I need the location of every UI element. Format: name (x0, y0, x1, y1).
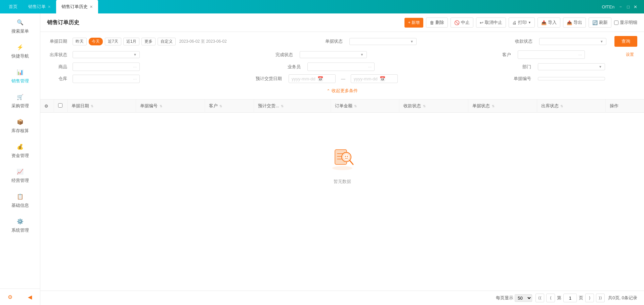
date-from-text: yyyy-mm-dd (292, 76, 315, 81)
page-size-dropdown[interactable]: 10 20 50 100 (515, 294, 532, 302)
operation-mgmt-icon: 📈 (15, 167, 25, 176)
customer-input[interactable]: ··· (518, 50, 585, 59)
th-doc-date[interactable]: 单据日期 ⇅ (67, 100, 136, 113)
th-customer[interactable]: 客户 ⇅ (205, 100, 254, 113)
department-select[interactable]: ▼ (538, 63, 605, 70)
window-close[interactable]: ✕ (634, 4, 637, 9)
date-btn-custom[interactable]: 自定义 (158, 38, 176, 45)
sidebar-item-sys-mgmt[interactable]: ⚙️ 系统管理 (0, 213, 40, 237)
page-size-select: 每页显示 10 20 50 100 (496, 294, 532, 302)
sidebar-item-inventory-calc[interactable]: 📦 库存核算 (0, 113, 40, 138)
salesperson-input[interactable]: ··· (307, 63, 375, 71)
customer-label: 客户 (502, 52, 511, 58)
date-btn-more[interactable]: 更多 (141, 38, 156, 45)
tab-sales-order[interactable]: 销售订单 ✕ (23, 0, 56, 13)
th-payment-status[interactable]: 收款状态 ⇅ (399, 100, 468, 113)
sidebar-basic-info-label: 基础信息 (11, 202, 29, 208)
product-input[interactable]: ··· (73, 63, 140, 71)
print-button[interactable]: 🖨 打印 ▼ (509, 17, 535, 28)
warehouse-input[interactable]: ··· (73, 75, 140, 83)
tab-sales-order-history[interactable]: 销售订单历史 ✕ (56, 0, 98, 13)
sidebar-item-fund-mgmt[interactable]: 💰 资金管理 (0, 138, 40, 163)
page-number-input[interactable] (563, 294, 577, 302)
sales-mgmt-icon: 📊 (15, 67, 25, 77)
date-from-input[interactable]: yyyy-mm-dd 📅 (289, 74, 336, 83)
date-btn-yesterday[interactable]: 昨天 (73, 38, 87, 45)
th-expected-delivery[interactable]: 预计交货... ⇅ (254, 100, 331, 113)
sidebar-item-purchase-mgmt[interactable]: 🛒 采购管理 (0, 88, 40, 113)
sidebar-fund-mgmt-label: 资金管理 (11, 153, 29, 159)
delete-button[interactable]: 🗑 删除 (426, 17, 448, 28)
product-dots: ··· (133, 64, 137, 69)
cancel-stop-button[interactable]: ↩ 取消中止 (476, 17, 506, 28)
svg-point-10 (347, 156, 348, 157)
page-last-button[interactable]: ⟩⟩ (596, 294, 605, 302)
import-button[interactable]: 📥 导入 (538, 17, 560, 28)
th-order-amount-label: 订单金额 (335, 103, 352, 108)
sidebar-item-basic-info[interactable]: 📋 基础信息 (0, 188, 40, 213)
th-settings[interactable]: ⚙ (40, 100, 54, 113)
salesperson-dots: ··· (368, 64, 372, 69)
collapse-row[interactable]: ⌃ 收起更多条件 (47, 86, 637, 95)
empty-state-cell: 暂无数据 (40, 113, 644, 212)
svg-line-8 (350, 160, 353, 164)
tab-home[interactable]: 首页 (3, 0, 23, 13)
page-first-button[interactable]: ⟨⟨ (535, 294, 544, 302)
page-next-button[interactable]: ⟩ (585, 294, 594, 302)
date-btn-1month[interactable]: 近1月 (123, 38, 140, 45)
order-number-input[interactable] (538, 77, 605, 80)
th-doc-no-label: 单据编号 (140, 103, 158, 108)
tab-sales-order-history-close[interactable]: ✕ (90, 5, 93, 9)
date-to-text: yyyy-mm-dd (354, 76, 378, 81)
often-text: OfTEn (602, 4, 615, 9)
svg-point-0 (332, 166, 352, 170)
window-minimize[interactable]: － (618, 4, 623, 10)
outbound-status-label: 出库状态 (47, 52, 67, 58)
th-doc-status[interactable]: 单据状态 ⇅ (468, 100, 537, 113)
toolbar: + 新增 🗑 删除 🚫 中止 ↩ 取消中止 🖨 打印 ▼ (404, 17, 637, 28)
sort-customer-icon: ⇅ (219, 104, 222, 108)
order-status-select[interactable]: ▼ (349, 38, 417, 45)
window-maximize[interactable]: □ (627, 4, 630, 9)
export-button[interactable]: 📤 导出 (563, 17, 586, 28)
refresh-button[interactable]: 🔄 刷新 (589, 17, 611, 28)
pay-status-select[interactable]: ▼ (539, 38, 606, 45)
sidebar-item-sales-mgmt[interactable]: 📊 销售管理 (0, 63, 40, 88)
main-layout: 🔍 搜索菜单 ⚡ 快捷导航 📊 销售管理 🛒 采购管理 📦 库存核算 💰 资金管… (0, 13, 644, 305)
th-order-amount[interactable]: 订单金额 ⇅ (331, 100, 399, 113)
sidebar-search-menu[interactable]: 🔍 搜索菜单 (0, 13, 40, 38)
department-chevron-icon: ▼ (599, 65, 602, 69)
query-button[interactable]: 查询 (614, 36, 637, 47)
date-btn-7days[interactable]: 近7天 (105, 38, 121, 45)
completion-status-select[interactable]: ▼ (300, 51, 367, 58)
stop-button[interactable]: 🚫 中止 (450, 17, 473, 28)
sidebar-quick-nav-label: 快捷导航 (11, 53, 29, 59)
sidebar-item-operation-mgmt[interactable]: 📈 经营管理 (0, 163, 40, 188)
date-btn-today[interactable]: 今天 (89, 38, 103, 45)
sidebar-settings-icon[interactable]: ⚙ (5, 292, 15, 302)
table-body: 暂无数据 (40, 113, 644, 212)
sidebar-item-quick-nav[interactable]: ⚡ 快捷导航 (0, 38, 40, 63)
date-to-input[interactable]: yyyy-mm-dd 📅 (351, 74, 398, 83)
calendar-from-icon: 📅 (317, 76, 323, 81)
order-number-label: 单据编号 (514, 76, 531, 82)
total-text: 共0页, 0条记录 (608, 295, 637, 301)
outbound-status-select[interactable]: ▼ (73, 51, 140, 58)
pay-status-chevron-icon: ▼ (600, 40, 603, 43)
sidebar-collapse-icon[interactable]: ◀ (25, 292, 35, 302)
svg-point-7 (343, 154, 349, 160)
select-all-checkbox[interactable] (58, 103, 62, 108)
cancel-stop-icon: ↩ (480, 20, 483, 25)
setup-button[interactable]: 设置 (622, 50, 637, 59)
outbound-status-chevron-icon: ▼ (133, 53, 137, 56)
th-outbound-status[interactable]: 出库状态 ⇅ (537, 100, 606, 113)
add-button[interactable]: + 新增 (404, 18, 423, 28)
tab-sales-order-close[interactable]: ✕ (48, 5, 51, 9)
page-prev-button[interactable]: ⟨ (546, 294, 555, 302)
warehouse-label: 仓库 (47, 76, 67, 82)
show-details-checkbox[interactable] (614, 21, 618, 25)
tab-sales-order-history-label: 销售订单历史 (61, 4, 88, 10)
th-doc-no[interactable]: 单据编号 ⇅ (136, 100, 205, 113)
th-checkbox[interactable] (54, 100, 67, 113)
sort-doc-date-icon: ⇅ (91, 104, 93, 108)
